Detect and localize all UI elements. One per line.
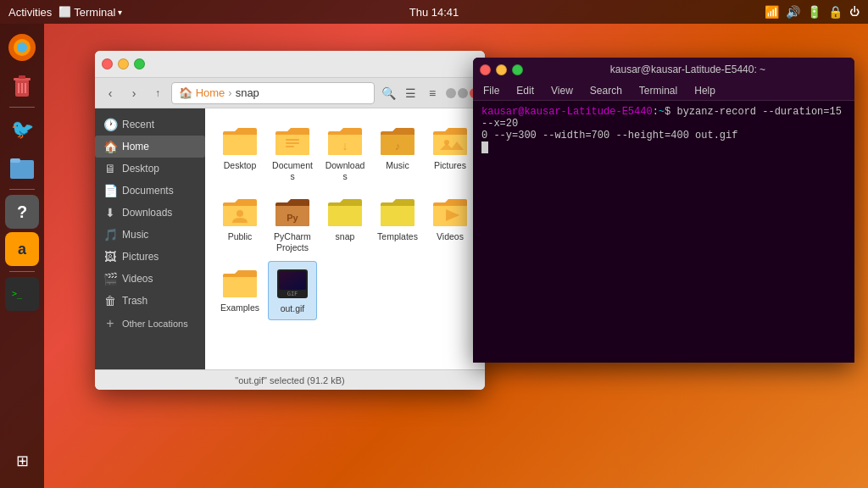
fm-body: 🕐 Recent 🏠 Home 🖥 Desktop 📄 Documents ⬇ … — [95, 108, 485, 369]
fm-sidebar: 🕐 Recent 🏠 Home 🖥 Desktop 📄 Documents ⬇ … — [95, 108, 205, 369]
term-body[interactable]: kausar@kausar-Latitude-E5440:~$ byzanz-r… — [473, 101, 854, 363]
terminal-indicator[interactable]: ⬜ Terminal ▾ — [58, 6, 122, 19]
file-item-snap[interactable]: snap — [320, 190, 370, 258]
folder-icon-documents — [273, 124, 312, 158]
dock-icon-terminal[interactable]: >_ — [5, 277, 39, 311]
term-minimize-button[interactable] — [496, 64, 507, 75]
dock-separator — [9, 107, 35, 108]
term-menu-help[interactable]: Help — [691, 83, 719, 98]
dock-icon-amazon[interactable]: a — [5, 232, 39, 266]
gif-file-icon: GIF — [273, 267, 312, 301]
svg-text:>_: >_ — [12, 289, 23, 299]
network-icon: 📶 — [765, 5, 779, 19]
sidebar-item-videos[interactable]: 🎬 Videos — [95, 268, 205, 290]
fm-content: Desktop Documents — [205, 108, 485, 369]
term-menu-terminal[interactable]: Terminal — [636, 83, 681, 98]
dock-separator-2 — [9, 189, 35, 190]
sidebar-item-documents[interactable]: 📄 Documents — [95, 180, 205, 202]
file-label-videos: Videos — [437, 231, 464, 242]
fm-forward-button[interactable]: › — [124, 83, 144, 103]
dock-icon-help[interactable]: ? — [5, 195, 39, 229]
svg-text:↓: ↓ — [342, 139, 348, 152]
file-item-public[interactable]: Public — [215, 190, 264, 258]
term-close-button[interactable] — [480, 64, 491, 75]
fm-breadcrumb[interactable]: 🏠 Home › snap — [171, 82, 375, 104]
breadcrumb-snap[interactable]: snap — [236, 86, 259, 99]
term-menu-view[interactable]: View — [548, 83, 576, 98]
term-maximize-button[interactable] — [512, 64, 523, 75]
folder-icon-videos — [431, 195, 470, 229]
svg-rect-10 — [10, 158, 20, 163]
topbar-left: Activities ⬜ Terminal ▾ — [8, 6, 122, 19]
term-command-cont: 0 --y=300 --width=700 --height=400 out.g… — [481, 130, 737, 141]
sidebar-item-trash[interactable]: 🗑 Trash — [95, 290, 205, 312]
activities-button[interactable]: Activities — [8, 6, 52, 19]
term-line-1: kausar@kausar-Latitude-E5440:~$ byzanz-r… — [481, 106, 846, 130]
sidebar-item-downloads[interactable]: ⬇ Downloads — [95, 202, 205, 224]
sidebar-label-music: Music — [122, 229, 148, 241]
dock-icon-trash[interactable] — [5, 68, 39, 102]
sidebar-item-recent[interactable]: 🕐 Recent — [95, 114, 205, 136]
file-item-pycharm[interactable]: Py PyCharm Projects — [268, 190, 317, 258]
svg-point-2 — [17, 42, 27, 53]
file-item-pictures[interactable]: Pictures — [426, 119, 475, 186]
file-item-documents[interactable]: Documents — [268, 119, 317, 186]
folder-icon-templates — [378, 195, 417, 229]
fm-minimize-button[interactable] — [118, 58, 129, 69]
sidebar-item-other[interactable]: + Other Locations — [95, 312, 205, 336]
file-label-examples: Examples — [220, 302, 259, 313]
terminal-window: kausar@kausar-Latitude-E5440: ~ File Edi… — [473, 58, 854, 363]
fm-window-min[interactable] — [446, 88, 456, 98]
lock-icon: 🔒 — [828, 5, 843, 19]
volume-icon: 🔊 — [786, 5, 800, 19]
power-icon[interactable]: ⏻ — [849, 6, 860, 18]
fm-list-view-button[interactable]: ≡ — [422, 83, 442, 103]
file-label-templates: Templates — [377, 231, 418, 242]
file-item-outgif[interactable]: GIF out.gif — [268, 261, 317, 320]
fm-search-button[interactable]: 🔍 — [378, 83, 398, 103]
file-item-music[interactable]: ♪ Music — [373, 119, 422, 186]
file-label-pycharm: PyCharm Projects — [271, 231, 314, 252]
sidebar-item-pictures[interactable]: 🖼 Pictures — [95, 246, 205, 268]
sidebar-item-music[interactable]: 🎵 Music — [95, 224, 205, 246]
svg-text:Py: Py — [287, 213, 298, 223]
fm-view-options-button[interactable]: ☰ — [400, 83, 420, 103]
svg-rect-24 — [279, 271, 306, 290]
svg-text:GIF: GIF — [287, 291, 298, 297]
dock-separator-3 — [9, 271, 35, 272]
svg-rect-13 — [286, 139, 299, 141]
term-menu-file[interactable]: File — [480, 83, 503, 98]
fm-back-button[interactable]: ‹ — [100, 83, 120, 103]
folder-icon-examples — [220, 266, 259, 300]
term-menu-edit[interactable]: Edit — [513, 83, 537, 98]
sidebar-item-home[interactable]: 🏠 Home — [95, 136, 205, 158]
dock-icon-thunderbird[interactable]: 🐦 — [5, 113, 39, 147]
sidebar-label-home: Home — [122, 141, 149, 152]
dock-icon-firefox[interactable] — [5, 30, 39, 64]
music-icon: 🎵 — [103, 228, 117, 241]
fm-maximize-button[interactable] — [134, 58, 145, 69]
documents-icon: 📄 — [103, 184, 117, 197]
file-label-music: Music — [386, 160, 409, 171]
folder-icon-public — [220, 195, 259, 229]
file-item-downloads[interactable]: ↓ Downloads — [320, 119, 370, 186]
folder-icon-snap — [326, 195, 364, 229]
fm-close-button[interactable] — [102, 58, 113, 69]
file-item-templates[interactable]: Templates — [373, 190, 422, 258]
sidebar-item-desktop[interactable]: 🖥 Desktop — [95, 158, 205, 180]
fm-up-button[interactable]: ↑ — [147, 83, 168, 103]
folder-icon-pictures — [431, 124, 470, 158]
dock-icon-files[interactable] — [5, 150, 39, 184]
fm-window-max[interactable] — [458, 88, 468, 98]
term-menubar: File Edit View Search Terminal Help — [473, 81, 854, 101]
fm-status-text: "out.gif" selected (91.2 kB) — [235, 375, 345, 385]
term-menu-search[interactable]: Search — [587, 83, 626, 98]
breadcrumb-home[interactable]: 🏠 Home — [179, 86, 225, 99]
file-item-videos[interactable]: Videos — [426, 190, 475, 258]
term-cursor — [481, 141, 488, 153]
file-item-desktop[interactable]: Desktop — [215, 119, 264, 186]
svg-rect-15 — [286, 146, 294, 147]
home-icon: 🏠 — [103, 140, 117, 153]
dock-grid-icon[interactable]: ⊞ — [5, 444, 39, 478]
file-item-examples[interactable]: Examples — [215, 261, 264, 320]
